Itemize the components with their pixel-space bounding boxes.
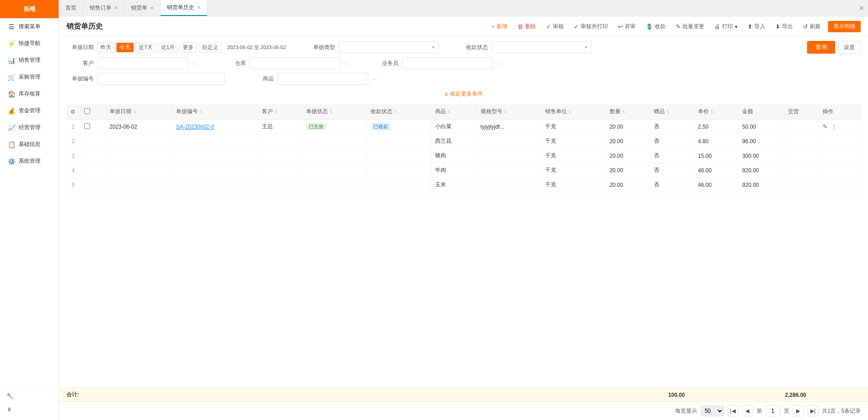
abandon-button[interactable]: ↩ 弃审 bbox=[615, 21, 638, 32]
sidebar-pause-btn[interactable]: ⏸ bbox=[0, 403, 59, 416]
query-button[interactable]: 查询 bbox=[807, 41, 835, 54]
first-page-btn[interactable]: |◀ bbox=[728, 405, 738, 416]
tab-sales-history[interactable]: 销货单历史 ✕ bbox=[161, 0, 207, 16]
th-unit-sort-icon[interactable]: ⇅ bbox=[568, 110, 572, 114]
1month-btn[interactable]: 近1月 bbox=[158, 43, 178, 52]
collect-status-select[interactable] bbox=[492, 41, 592, 53]
select-all-checkbox[interactable] bbox=[84, 108, 90, 114]
customer-ellipsis[interactable]: ··· bbox=[192, 60, 197, 67]
row-spec bbox=[477, 163, 541, 178]
row-transaction bbox=[784, 120, 819, 134]
th-doc-status: 单据状态 ⇅ bbox=[302, 104, 367, 120]
table-settings-cell[interactable]: ⚙ bbox=[66, 104, 80, 120]
delete-button[interactable]: 🗑 删除 bbox=[515, 21, 539, 32]
add-button[interactable]: + 新增 bbox=[488, 21, 510, 32]
sidebar-settings-btn[interactable]: 🔧 bbox=[0, 389, 59, 403]
tab-sales-order-close[interactable]: ✕ bbox=[114, 5, 118, 10]
th-customer-sort-icon[interactable]: ⇅ bbox=[274, 110, 278, 114]
page-title: 销货单历史 bbox=[66, 22, 103, 31]
row-checkbox[interactable] bbox=[84, 123, 90, 129]
collect-button[interactable]: 💲 收款 bbox=[643, 21, 668, 32]
more-btn[interactable]: 更多 bbox=[180, 43, 197, 52]
filter-setting-button[interactable]: 设置 bbox=[838, 41, 861, 54]
warehouse-ellipsis[interactable]: ··· bbox=[344, 60, 349, 67]
row-customer: 王总 bbox=[258, 120, 302, 134]
per-page-select[interactable]: 50 100 200 bbox=[701, 405, 724, 416]
th-price-sort-icon[interactable]: ⇅ bbox=[710, 110, 714, 114]
sidebar-item-search-menu[interactable]: ☰ 搜索菜单 bbox=[0, 18, 59, 35]
customer-input[interactable] bbox=[97, 57, 188, 69]
row-price: 4.80 bbox=[694, 134, 738, 149]
th-quantity: 数量 ⇅ bbox=[606, 104, 650, 120]
more-action-icon[interactable]: ⋮ bbox=[831, 123, 837, 130]
th-date-sort-icon[interactable]: ⇅ bbox=[133, 110, 136, 114]
prev-page-btn[interactable]: ◀ bbox=[742, 405, 753, 416]
show-detail-button[interactable]: 显示明细 bbox=[828, 21, 861, 32]
total-label: 合计: bbox=[66, 391, 79, 399]
next-page-btn[interactable]: ▶ bbox=[793, 405, 804, 416]
sidebar-item-finance-mgmt[interactable]: 💰 资金管理 bbox=[0, 102, 59, 119]
row-doc-no bbox=[172, 149, 258, 163]
goods-input[interactable] bbox=[277, 73, 368, 85]
th-date-label: 单据日期 bbox=[110, 108, 131, 115]
row-collect-status bbox=[367, 178, 431, 192]
row-unit: 千克 bbox=[541, 163, 606, 178]
last-page-btn[interactable]: ▶| bbox=[808, 405, 818, 416]
print-button[interactable]: 🖨 打印 ▾ bbox=[712, 21, 740, 32]
th-doc-no-sort-icon[interactable]: ⇅ bbox=[199, 110, 203, 114]
collapse-button[interactable]: ∧ 收起更多条件 bbox=[66, 88, 861, 100]
sidebar-item-operations-mgmt[interactable]: 📈 经营管理 bbox=[0, 119, 59, 136]
7days-btn[interactable]: 近7天 bbox=[135, 43, 156, 52]
goods-ellipsis[interactable]: ··· bbox=[372, 75, 377, 82]
page-input[interactable] bbox=[766, 405, 780, 416]
doc-type-select[interactable] bbox=[339, 41, 439, 53]
custom-btn[interactable]: 自定义 bbox=[199, 43, 221, 52]
today-btn[interactable]: 今天 bbox=[116, 43, 134, 52]
row-unit: 千克 bbox=[541, 120, 606, 134]
th-doc-status-sort-icon[interactable]: ⇅ bbox=[329, 110, 333, 114]
row-doc-status bbox=[302, 178, 367, 192]
business-label: 业务员 bbox=[371, 60, 398, 67]
audit-print-button[interactable]: ✓ 审核并打印 bbox=[571, 21, 611, 32]
warehouse-input[interactable] bbox=[250, 57, 341, 69]
sidebar-item-quick-nav[interactable]: ⚡ 快捷导航 bbox=[0, 35, 59, 52]
th-spec-sort-icon[interactable]: ⇅ bbox=[504, 110, 507, 114]
row-spec bbox=[477, 149, 541, 163]
table-wrapper: ⚙ 单据日期 ⇅ 单据编号 bbox=[59, 104, 868, 388]
tab-sales-history-close[interactable]: ✕ bbox=[197, 5, 201, 10]
th-collect-status-sort-icon[interactable]: ⇅ bbox=[394, 110, 397, 114]
th-gift-sort-icon[interactable]: ⇅ bbox=[666, 110, 670, 114]
pagination: 每页显示 50 100 200 |◀ ◀ 第 页 ▶ ▶| 共1页，5条记录 bbox=[59, 402, 868, 420]
sidebar-item-sales-mgmt[interactable]: 📊 销售管理 bbox=[0, 52, 59, 69]
yesterday-btn[interactable]: 昨天 bbox=[97, 43, 115, 52]
tab-sales-order[interactable]: 销售订单 ✕ bbox=[83, 0, 125, 16]
export-button[interactable]: ⬇ 导出 bbox=[773, 21, 796, 32]
sidebar-item-purchase-mgmt[interactable]: 🛒 采购管理 bbox=[0, 69, 59, 85]
row-number: 1 bbox=[66, 120, 80, 134]
th-quantity-sort-icon[interactable]: ⇅ bbox=[622, 110, 626, 114]
business-ellipsis[interactable]: ··· bbox=[497, 60, 502, 67]
business-input[interactable] bbox=[402, 57, 493, 69]
add-label: 新增 bbox=[497, 23, 507, 30]
tab-sales-goods[interactable]: 销货单 ✕ bbox=[125, 0, 161, 16]
audit-button[interactable]: ✓ 审核 bbox=[543, 21, 567, 32]
sidebar-item-basic-info[interactable]: 📋 基础信息 bbox=[0, 136, 59, 153]
th-goods-sort-icon[interactable]: ⇅ bbox=[447, 110, 451, 114]
doc-no-input[interactable] bbox=[97, 73, 225, 85]
tab-bar-close-all[interactable]: ✕ bbox=[859, 5, 868, 12]
batch-change-button[interactable]: ✎ 批量变更 bbox=[673, 21, 707, 32]
page-suffix: 页 bbox=[784, 407, 789, 415]
row-goods: 小白菜 bbox=[431, 120, 477, 134]
sidebar-item-inventory[interactable]: 🏠 库存核算 bbox=[0, 85, 59, 102]
tab-sales-goods-close[interactable]: ✕ bbox=[150, 5, 154, 10]
sidebar-item-system-mgmt[interactable]: ⚙️ 系统管理 bbox=[0, 153, 59, 170]
edit-action-icon[interactable]: ✎ bbox=[823, 123, 828, 130]
row-goods: 猪肉 bbox=[431, 149, 477, 163]
date-btn-group: 昨天 今天 近7天 近1月 更多 自定义 bbox=[97, 43, 221, 52]
import-button[interactable]: ⬆ 导入 bbox=[745, 21, 768, 32]
refresh-button[interactable]: ↺ 刷新 bbox=[800, 21, 823, 32]
tab-home[interactable]: 首页 bbox=[59, 0, 83, 16]
audit-print-icon: ✓ bbox=[574, 23, 579, 30]
th-gift: 赠品 ⇅ bbox=[650, 104, 694, 120]
doc-no-link[interactable]: SA-20230602-0 bbox=[176, 124, 214, 130]
